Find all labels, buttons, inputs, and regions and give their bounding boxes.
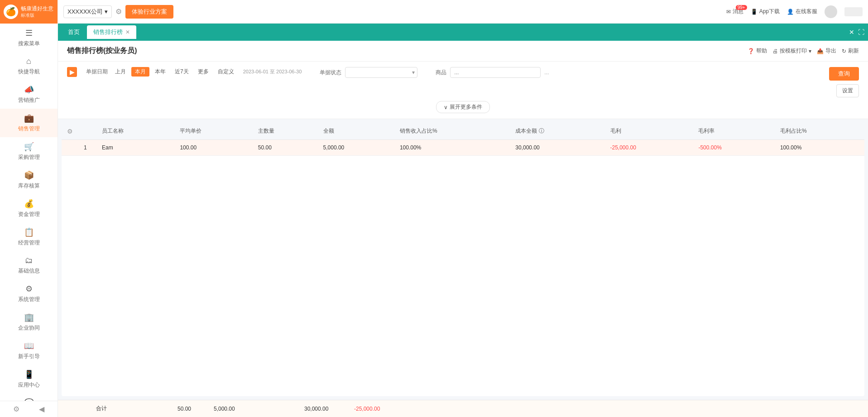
help-label: 帮助 — [756, 47, 767, 55]
query-btn[interactable]: 查询 — [829, 67, 859, 81]
main-area: XXXXXX公司 ▾ ⚙ 体验行业方案 ✉ 消息 99+ 📱 App下载 👤 在… — [58, 0, 868, 417]
table-header-row: ⚙ 员工名称 平均单价 主数量 全额 销售收入占比% 成本全额 ⓘ 毛利 毛利率… — [62, 123, 864, 140]
row-main-qty: 50.00 — [253, 140, 318, 156]
enterprise-icon: 🏢 — [24, 312, 34, 322]
date-tab-this-month[interactable]: 本月 — [131, 67, 149, 77]
goods-input[interactable] — [450, 67, 541, 78]
col-cost-amount: 成本全额 ⓘ — [510, 123, 604, 140]
app-download-item[interactable]: 📱 App下载 — [751, 8, 780, 15]
tab-minimize-icon[interactable]: ✕ — [849, 29, 854, 36]
sidebar-item-label: 系统管理 — [18, 296, 40, 303]
sidebar-item-wechat[interactable]: 💬 企业微信 — [0, 393, 58, 401]
sidebar-item-enterprise[interactable]: 🏢 企业协同 — [0, 308, 58, 336]
tab-maximize-icon[interactable]: ⛶ — [858, 29, 864, 36]
sidebar-item-quick-nav[interactable]: ⌂ 快捷导航 — [0, 52, 58, 80]
date-range: 2023-06-01 至 2023-06-30 — [243, 68, 302, 75]
industry-btn[interactable]: 体验行业方案 — [125, 5, 173, 19]
sidebar-settings-icon[interactable]: ⚙ — [13, 405, 19, 413]
filter-toggle-btn[interactable]: ▶ — [67, 67, 77, 77]
sidebar-item-guide[interactable]: 📖 新手引导 — [0, 336, 58, 365]
sidebar-item-operations[interactable]: 📋 经营管理 — [0, 223, 58, 251]
col-main-qty: 主数量 — [253, 123, 318, 140]
sidebar-item-label: 资金管理 — [18, 211, 40, 218]
sidebar-item-search-order[interactable]: ☰ 搜索菜单 — [0, 24, 58, 52]
inventory-icon: 📦 — [24, 170, 34, 180]
page-actions: ❓ 帮助 🖨 按模板打印 ▾ 📤 导出 ↻ 刷新 — [748, 47, 859, 55]
date-tab-last-month[interactable]: 上月 — [111, 67, 129, 77]
date-tabs: 上月 本月 本年 近7天 更多 自定义 — [111, 67, 238, 77]
sidebar-item-inventory[interactable]: 📦 库存核算 — [0, 166, 58, 194]
tab-home[interactable]: 首页 — [62, 25, 86, 39]
date-tab-more[interactable]: 更多 — [194, 67, 212, 77]
tab-sales-ranking[interactable]: 销售排行榜 ✕ — [87, 25, 136, 39]
filter-settings-btn[interactable]: 设置 — [836, 84, 859, 97]
col-settings-icon[interactable]: ⚙ — [67, 128, 73, 135]
app-download-label: App下载 — [759, 8, 780, 15]
template-print-btn[interactable]: 🖨 按模板打印 ▾ — [772, 47, 811, 55]
sidebar-item-purchase[interactable]: 🛒 采购管理 — [0, 137, 58, 166]
tabbar: 首页 销售排行榜 ✕ ✕ ⛶ — [58, 24, 868, 41]
col-gross-rate: 毛利率 — [693, 123, 775, 140]
online-service-item[interactable]: 👤 在线客服 — [787, 8, 817, 15]
topbar-right: ✉ 消息 99+ 📱 App下载 👤 在线客服 — [726, 5, 863, 18]
chevron-down-icon: ▾ — [105, 8, 108, 15]
expand-label: 展开更多条件 — [450, 103, 482, 111]
col-sales-ratio: 销售收入占比% — [394, 123, 510, 140]
export-btn[interactable]: 📤 导出 — [817, 47, 836, 55]
sidebar-item-apps[interactable]: 📱 应用中心 — [0, 365, 58, 393]
avatar[interactable] — [825, 5, 837, 18]
company-name: XXXXXX公司 — [67, 8, 103, 16]
date-tab-last-7days[interactable]: 近7天 — [171, 67, 192, 77]
operations-icon: 📋 — [24, 227, 34, 237]
topbar: XXXXXX公司 ▾ ⚙ 体验行业方案 ✉ 消息 99+ 📱 App下载 👤 在… — [58, 0, 868, 24]
app-download-icon: 📱 — [751, 9, 758, 15]
print-icon: 🖨 — [772, 48, 778, 54]
col-amount: 全额 — [318, 123, 394, 140]
topbar-settings-icon[interactable]: ⚙ — [115, 7, 122, 16]
expand-more-btn[interactable]: ∨ 展开更多条件 — [436, 101, 490, 113]
export-label: 导出 — [825, 47, 836, 55]
logo-icon: 🍊 — [4, 5, 18, 19]
date-filter-label: 单据日期 — [86, 68, 108, 76]
date-filter-group: 单据日期 上月 本月 本年 近7天 更多 自定义 2023-06-01 至 20… — [86, 67, 302, 77]
row-cost-amount: 30,000.00 — [510, 140, 604, 156]
logo-title: 畅康通好生意 — [21, 5, 53, 13]
row-gross-ratio: 100.00% — [775, 140, 864, 156]
apps-icon: 📱 — [24, 369, 34, 379]
status-select[interactable] — [345, 67, 417, 78]
search-order-icon: ☰ — [25, 28, 33, 38]
refresh-btn[interactable]: ↻ 刷新 — [842, 47, 859, 55]
sidebar-item-basic-info[interactable]: 🗂 基础信息 — [0, 251, 58, 279]
footer-cost-amount: 30,000.00 — [299, 406, 349, 412]
sidebar-item-finance[interactable]: 💰 资金管理 — [0, 194, 58, 223]
sidebar-collapse-icon[interactable]: ◀ — [39, 405, 44, 413]
help-btn[interactable]: ❓ 帮助 — [748, 47, 767, 55]
row-sales-ratio: 100.00% — [394, 140, 510, 156]
tab-close-icon[interactable]: ✕ — [125, 29, 130, 35]
sidebar-item-label: 经营管理 — [18, 239, 40, 247]
message-item[interactable]: ✉ 消息 99+ — [726, 8, 743, 15]
more-filter-btn[interactable]: ... — [544, 69, 549, 76]
ranking-table: ⚙ 员工名称 平均单价 主数量 全额 销售收入占比% 成本全额 ⓘ 毛利 毛利率… — [62, 123, 864, 156]
sidebar-item-label: 库存核算 — [18, 182, 40, 190]
purchase-icon: 🛒 — [24, 142, 34, 152]
online-service-label: 在线客服 — [796, 8, 817, 15]
sidebar-logo: 🍊 畅康通好生意 标准版 — [0, 0, 58, 24]
sidebar-item-marketing[interactable]: 📣 营销推广 — [0, 80, 58, 109]
tab-label: 销售排行榜 — [93, 28, 123, 36]
sidebar-item-system[interactable]: ⚙ 系统管理 — [0, 279, 58, 308]
sidebar-item-label: 应用中心 — [18, 381, 40, 389]
col-gross-profit: 毛利 — [605, 123, 693, 140]
sidebar-bottom: ⚙ ◀ — [0, 401, 58, 417]
company-selector[interactable]: XXXXXX公司 ▾ — [63, 5, 112, 18]
footer-gross-profit: -25,000.00 — [349, 406, 398, 412]
sidebar-item-sales[interactable]: 💼 销售管理 — [0, 109, 58, 137]
page-title: 销售排行榜(按业务员) — [67, 46, 137, 56]
date-tab-this-year[interactable]: 本年 — [151, 67, 169, 77]
table-footer: 合计 50.00 5,000.00 30,000.00 -25,000.00 — [58, 400, 868, 417]
finance-icon: 💰 — [24, 199, 34, 209]
date-tab-custom[interactable]: 自定义 — [214, 67, 238, 77]
sidebar: 🍊 畅康通好生意 标准版 ☰ 搜索菜单 ⌂ 快捷导航 📣 营销推广 💼 销售管理… — [0, 0, 58, 417]
guide-icon: 📖 — [24, 341, 34, 351]
filter-area: ▶ 单据日期 上月 本月 本年 近7天 更多 自定义 2023-06-01 至 … — [58, 62, 868, 119]
